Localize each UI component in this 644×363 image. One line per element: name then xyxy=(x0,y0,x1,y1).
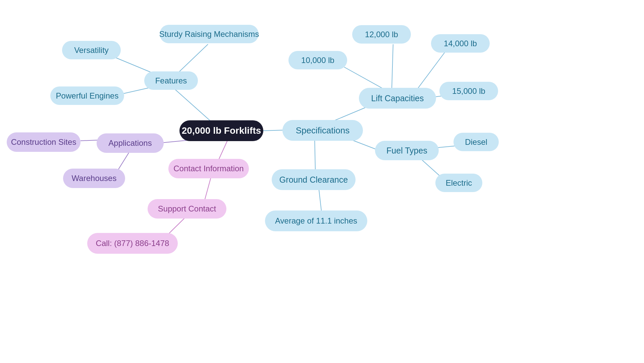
call-node[interactable]: Call: (877) 886-1478 xyxy=(87,233,178,254)
svg-line-8 xyxy=(204,176,211,203)
avg-inches-node[interactable]: Average of 11.1 inches xyxy=(265,210,367,231)
contact-info-node[interactable]: Contact Information xyxy=(168,159,249,178)
lb12000-node[interactable]: 12,000 lb xyxy=(352,25,411,44)
lb10000-node[interactable]: 10,000 lb xyxy=(288,51,347,69)
support-contact-node[interactable]: Support Contact xyxy=(148,199,226,219)
svg-line-17 xyxy=(319,187,321,210)
construction-sites-node[interactable]: Construction Sites xyxy=(7,132,80,152)
features-node[interactable]: Features xyxy=(144,71,198,90)
versatility-node[interactable]: Versatility xyxy=(62,41,121,59)
ground-clearance-node[interactable]: Ground Clearance xyxy=(272,169,356,190)
diesel-node[interactable]: Diesel xyxy=(453,133,499,151)
electric-node[interactable]: Electric xyxy=(435,174,482,192)
center-node: 20,000 lb Forklifts xyxy=(179,120,263,141)
fuel-types-node[interactable]: Fuel Types xyxy=(375,141,439,160)
powerful-engines-node[interactable]: Powerful Engines xyxy=(50,86,124,105)
lb15000-node[interactable]: 15,000 lb xyxy=(439,82,498,100)
svg-line-13 xyxy=(392,44,393,89)
specifications-node[interactable]: Specifications xyxy=(282,120,363,141)
sturdy-node[interactable]: Sturdy Raising Mechanisms xyxy=(160,25,259,43)
svg-line-12 xyxy=(344,67,386,90)
warehouses-node[interactable]: Warehouses xyxy=(63,169,125,188)
lb14000-node[interactable]: 14,000 lb xyxy=(431,34,490,53)
applications-node[interactable]: Applications xyxy=(97,133,164,153)
lift-capacities-node[interactable]: Lift Capacities xyxy=(359,88,436,109)
svg-line-16 xyxy=(315,137,315,169)
